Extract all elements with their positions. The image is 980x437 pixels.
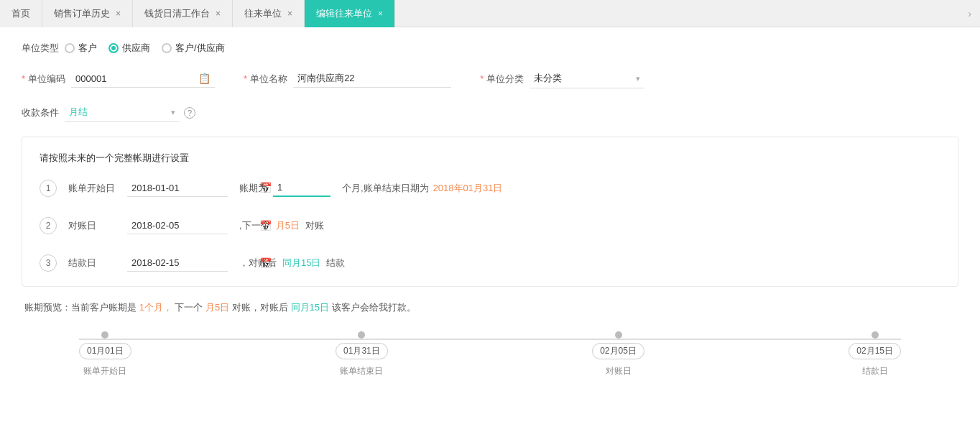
step-1-date-wrap: 📅 xyxy=(127,180,228,197)
preview-text2: 对账，对账后 xyxy=(232,302,288,313)
tab-sales-order-label: 销售订单历史 xyxy=(54,7,110,20)
billing-period-section: 请按照未来的一个完整帐期进行设置 1 账单开始日 📅 账期为 个月,账单结束日期… xyxy=(22,137,958,287)
unit-type-label: 单位类型 xyxy=(22,42,59,55)
tab-partner-units[interactable]: 往来单位 × xyxy=(233,0,305,27)
timeline-label-1: 账单结束日 xyxy=(340,365,383,377)
step-1-date-input[interactable] xyxy=(127,180,256,196)
tab-partner-units-label: 往来单位 xyxy=(244,7,282,20)
radio-customer[interactable]: 客户 xyxy=(65,42,97,55)
tab-partner-units-close[interactable]: × xyxy=(287,9,292,19)
preview-highlight3: 同月15日 xyxy=(291,302,329,313)
timeline-dot-1 xyxy=(358,331,365,339)
tab-edit-partner[interactable]: 编辑往来单位 × xyxy=(305,0,395,27)
timeline-badge-3: 02月15日 xyxy=(849,343,901,359)
payment-terms-select[interactable]: 月结 ▾ xyxy=(65,103,180,122)
unit-name-required: * xyxy=(244,73,247,84)
unit-name-group: * 单位名称 xyxy=(244,70,451,88)
payment-terms-chevron-icon: ▾ xyxy=(171,108,175,117)
main-content: 单位类型 客户 供应商 客户/供应商 * 单位编码 📋 xyxy=(0,27,980,437)
unit-type-radio-group: 客户 供应商 客户/供应商 xyxy=(65,42,225,55)
radio-supplier-label: 供应商 xyxy=(122,42,150,55)
step-2-row: 2 对账日 📅 ,下一个 月5日 对账 xyxy=(40,217,940,234)
timeline-nodes: 01月01日 账单开始日 01月31日 账单结束日 02月05日 对账日 02月… xyxy=(79,331,901,377)
unit-code-copy-icon[interactable]: 📋 xyxy=(194,73,215,84)
radio-both-circle xyxy=(162,43,172,53)
tabs-scroll-arrow[interactable]: › xyxy=(959,8,980,19)
tab-cash-ledger[interactable]: 钱货日清工作台 × xyxy=(133,0,233,27)
step-2-label: 对账日 xyxy=(68,219,119,232)
timeline-label-3: 结款日 xyxy=(862,365,888,377)
radio-supplier[interactable]: 供应商 xyxy=(108,42,150,55)
radio-both[interactable]: 客户/供应商 xyxy=(162,42,225,55)
timeline-node-3: 02月15日 结款日 xyxy=(849,331,901,377)
unit-category-label: 单位分类 xyxy=(486,73,524,86)
timeline-node-2: 02月05日 对账日 xyxy=(592,331,644,377)
unit-name-input-wrap xyxy=(293,70,451,88)
step-1-period-label: 账期为 xyxy=(239,182,267,195)
tab-cash-ledger-label: 钱货日清工作台 xyxy=(144,7,210,20)
unit-category-select[interactable]: 未分类 ▾ xyxy=(530,69,644,88)
tab-edit-partner-label: 编辑往来单位 xyxy=(316,7,372,20)
unit-code-group: * 单位编码 📋 xyxy=(22,70,215,88)
tab-edit-partner-close[interactable]: × xyxy=(378,9,383,19)
unit-name-input[interactable] xyxy=(293,70,451,87)
step-3-desc-highlight: 同月15日 xyxy=(282,257,320,270)
step-3-desc-after: 结款 xyxy=(326,257,345,270)
step-2-date-wrap: 📅 xyxy=(127,217,228,234)
timeline-badge-0: 01月01日 xyxy=(79,343,131,359)
tabs-bar: 首页 销售订单历史 × 钱货日清工作台 × 往来单位 × 编辑往来单位 × › xyxy=(0,0,980,27)
step-2-date-input[interactable] xyxy=(127,217,256,234)
unit-code-required: * xyxy=(22,73,25,84)
unit-code-label: 单位编码 xyxy=(28,73,65,86)
step-3-label: 结款日 xyxy=(68,257,119,270)
timeline-label-0: 账单开始日 xyxy=(83,365,126,377)
unit-name-label: 单位名称 xyxy=(250,73,287,86)
step-1-row: 1 账单开始日 📅 账期为 个月,账单结束日期为 2018年01月31日 xyxy=(40,179,940,197)
radio-supplier-circle xyxy=(108,43,119,53)
tab-cash-ledger-close[interactable]: × xyxy=(216,9,221,19)
payment-terms-value: 月结 xyxy=(69,106,168,119)
payment-terms-label: 收款条件 xyxy=(22,106,59,119)
tab-sales-order-history[interactable]: 销售订单历史 × xyxy=(42,0,133,27)
timeline-dot-3 xyxy=(872,331,879,339)
preview-suffix: 该客户会给我打款。 xyxy=(332,302,416,313)
timeline-label-2: 对账日 xyxy=(606,365,632,377)
timeline-badge-2: 02月05日 xyxy=(592,343,644,359)
timeline-badge-1: 01月31日 xyxy=(336,343,388,359)
timeline-node-0: 01月01日 账单开始日 xyxy=(79,331,131,377)
preview-prefix: 账期预览：当前客户账期是 xyxy=(24,302,137,313)
timeline-node-1: 01月31日 账单结束日 xyxy=(336,331,388,377)
step-1-period-end: 2018年01月31日 xyxy=(433,182,503,195)
step-1-period-input[interactable] xyxy=(273,179,330,197)
step-3-desc-before: ，对账后 xyxy=(239,257,277,270)
unit-category-required: * xyxy=(480,73,484,84)
step-1-num: 1 xyxy=(40,180,57,197)
step-2-desc-highlight: 月5日 xyxy=(276,219,300,232)
preview-highlight2: 月5日 xyxy=(205,302,229,313)
unit-type-row: 单位类型 客户 供应商 客户/供应商 xyxy=(22,42,958,55)
unit-code-input[interactable] xyxy=(71,70,194,87)
step-3-date-wrap: 📅 xyxy=(127,254,228,272)
radio-customer-label: 客户 xyxy=(78,42,97,55)
section-title: 请按照未来的一个完整帐期进行设置 xyxy=(40,152,940,165)
step-3-row: 3 结款日 📅 ，对账后 同月15日 结款 xyxy=(40,254,940,272)
step-2-desc-after: 对账 xyxy=(305,219,324,232)
timeline-dot-2 xyxy=(615,331,622,339)
payment-terms-row: 收款条件 月结 ▾ ? xyxy=(22,103,958,122)
payment-terms-help-icon[interactable]: ? xyxy=(184,107,195,119)
tab-home-label: 首页 xyxy=(11,7,30,20)
preview-text: 账期预览：当前客户账期是 1个月， 下一个 月5日 对账，对账后 同月15日 该… xyxy=(22,301,958,314)
radio-customer-circle xyxy=(65,43,75,53)
tab-sales-order-close[interactable]: × xyxy=(116,9,121,19)
unit-category-chevron-icon: ▾ xyxy=(636,74,640,83)
unit-category-value: 未分类 xyxy=(534,72,636,85)
unit-code-input-wrap: 📋 xyxy=(71,70,215,88)
unit-category-group: * 单位分类 未分类 ▾ xyxy=(480,69,644,88)
unit-info-row: * 单位编码 📋 * 单位名称 * 单位分类 未分类 ▾ xyxy=(22,69,958,88)
timeline-dot-0 xyxy=(101,331,108,339)
step-3-date-input[interactable] xyxy=(127,254,256,271)
radio-both-label: 客户/供应商 xyxy=(175,42,225,55)
preview-highlight1: 1个月， xyxy=(139,302,172,313)
step-2-desc-before: ,下一个 xyxy=(239,219,270,232)
tab-home[interactable]: 首页 xyxy=(0,0,42,27)
